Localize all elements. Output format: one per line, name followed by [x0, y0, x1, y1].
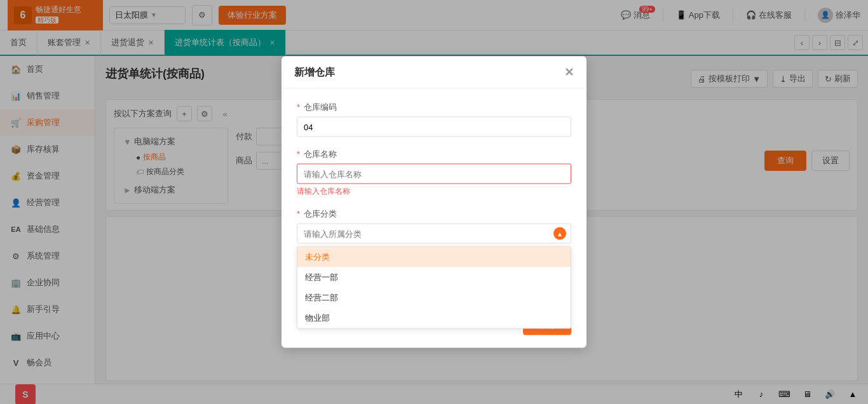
dropdown-item-uncategorized[interactable]: 未分类: [297, 247, 571, 267]
category-select-input[interactable]: [297, 224, 571, 244]
category-dropdown-list: 未分类 经营一部 经营二部 物业部: [297, 246, 571, 329]
warehouse-category-label: * 仓库分类: [297, 208, 571, 220]
modal-body: * 仓库编码 * 仓库名称 请输入仓库名称 * 仓库分类 ▲: [281, 89, 587, 315]
modal-close-button[interactable]: ✕: [564, 65, 574, 79]
dropdown-item-ops1[interactable]: 经营一部: [297, 267, 571, 288]
add-warehouse-modal: 新增仓库 ✕ * 仓库编码 * 仓库名称 请输入仓库名称 * 仓库分类: [281, 57, 587, 348]
dropdown-item-property[interactable]: 物业部: [297, 308, 571, 328]
warehouse-category-field: * 仓库分类 ▲ 未分类 经营一部 经营二部 物业部: [297, 208, 571, 244]
dropdown-item-ops2[interactable]: 经营二部: [297, 288, 571, 308]
modal-title: 新增仓库: [294, 65, 335, 79]
warehouse-name-input[interactable]: [297, 164, 571, 184]
warehouse-code-label: * 仓库编码: [297, 102, 571, 113]
warehouse-name-field: * 仓库名称 请输入仓库名称: [297, 149, 571, 197]
modal-header: 新增仓库 ✕: [281, 57, 587, 89]
warehouse-code-field: * 仓库编码: [297, 102, 571, 137]
warehouse-name-error: 请输入仓库名称: [297, 186, 571, 197]
category-dropdown-arrow[interactable]: ▲: [553, 227, 566, 240]
category-select-wrap: ▲ 未分类 经营一部 经营二部 物业部: [297, 224, 571, 244]
warehouse-name-label: * 仓库名称: [297, 149, 571, 160]
warehouse-code-input[interactable]: [297, 117, 571, 137]
